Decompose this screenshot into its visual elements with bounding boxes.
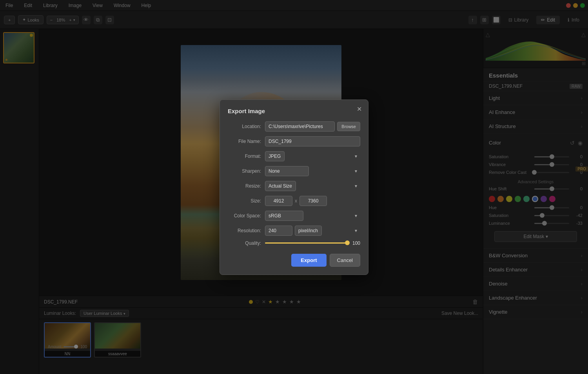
quality-value: 100 (352, 240, 360, 246)
resolution-label: Resolution: (228, 228, 265, 233)
browse-button[interactable]: Browse (337, 122, 360, 131)
sharpen-label: Sharpen: (228, 168, 265, 174)
resize-row: Resize: Actual Size Long Edge Short Edge… (228, 181, 360, 191)
format-row: Format: JPEG TIFF PNG (228, 151, 360, 161)
filename-label: File Name: (228, 139, 265, 144)
resolution-row: Resolution: pixel/inch pixel/cm (228, 226, 360, 236)
resize-select-wrapper: Actual Size Long Edge Short Edge Width H… (265, 181, 360, 191)
color-space-select[interactable]: sRGB Adobe RGB ProPhoto RGB (265, 211, 303, 221)
size-inputs: x (265, 196, 360, 206)
color-space-row: Color Space: sRGB Adobe RGB ProPhoto RGB (228, 211, 360, 221)
sharpen-row: Sharpen: None For Screen For Matte Paper… (228, 166, 360, 176)
size-x-separator: x (295, 198, 297, 204)
location-input[interactable] (265, 121, 335, 132)
quality-slider-fill (265, 242, 349, 244)
dialog-title: Export Image (228, 108, 360, 114)
quality-row: Quality: 100 (228, 240, 360, 246)
cancel-button[interactable]: Cancel (330, 254, 360, 267)
format-select[interactable]: JPEG TIFF PNG (265, 151, 285, 161)
export-button[interactable]: Export (291, 254, 326, 267)
quality-slider[interactable] (265, 242, 349, 244)
dialog-overlay: Export Image ✕ Location: Browse File Nam… (0, 0, 588, 374)
dialog-footer: Export Cancel (228, 254, 360, 267)
size-label: Size: (228, 198, 265, 204)
format-select-wrapper: JPEG TIFF PNG (265, 151, 360, 161)
format-label: Format: (228, 154, 265, 159)
color-space-label: Color Space: (228, 213, 265, 219)
color-space-select-wrapper: sRGB Adobe RGB ProPhoto RGB (265, 211, 360, 221)
quality-slider-thumb (345, 240, 350, 245)
quality-label: Quality: (228, 240, 265, 246)
filename-input[interactable] (265, 136, 360, 146)
resize-label: Resize: (228, 183, 265, 189)
size-row: Size: x (228, 196, 360, 206)
dialog-close-button[interactable]: ✕ (357, 105, 362, 113)
sharpen-select-wrapper: None For Screen For Matte Paper For Glos… (265, 166, 360, 176)
location-row: Location: Browse (228, 121, 360, 132)
resolution-unit-select[interactable]: pixel/inch pixel/cm (295, 226, 322, 236)
resolution-unit-select-wrapper: pixel/inch pixel/cm (295, 226, 360, 236)
width-input[interactable] (265, 196, 292, 206)
height-input[interactable] (299, 196, 327, 206)
location-label: Location: (228, 124, 265, 129)
sharpen-select[interactable]: None For Screen For Matte Paper For Glos… (265, 166, 309, 176)
export-dialog: Export Image ✕ Location: Browse File Nam… (220, 99, 368, 275)
resolution-input[interactable] (265, 226, 292, 236)
resize-select[interactable]: Actual Size Long Edge Short Edge Width H… (265, 181, 296, 191)
filename-row: File Name: (228, 136, 360, 146)
